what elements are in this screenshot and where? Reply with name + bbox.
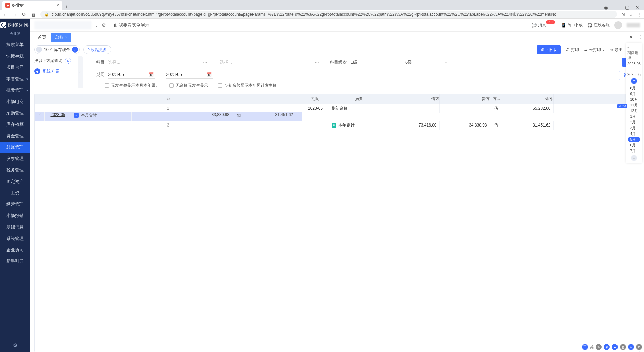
table-row[interactable]: 12023-05期初余额借65,282.60 xyxy=(35,104,640,113)
check-no-balance[interactable]: 无余额无发生显示 xyxy=(169,83,208,88)
sidebar-item[interactable]: 库存核算 xyxy=(0,119,30,130)
collapse-scheme[interactable]: ‹ xyxy=(78,56,83,88)
check-opening[interactable]: 期初余额显示本年累计发生额 xyxy=(218,83,277,88)
bookmark-icon[interactable]: ☆ xyxy=(629,12,633,17)
sidebar-item[interactable]: 基础信息 xyxy=(0,221,30,233)
tray-icon[interactable]: ☁ xyxy=(612,344,618,350)
collapse-more[interactable]: ^ 收起更多 xyxy=(83,45,111,54)
sidebar-item[interactable]: 快捷导航 xyxy=(0,50,30,62)
tab-close-icon[interactable]: × xyxy=(57,3,59,8)
demo-link[interactable]: ◐ 我要看实例演示 xyxy=(114,22,149,28)
sidebar-item[interactable]: 资金管理 xyxy=(0,130,30,142)
close-window-icon[interactable]: ✕ xyxy=(635,5,639,10)
maximize-icon[interactable]: ▢ xyxy=(625,5,629,10)
month-option[interactable]: 4月 xyxy=(628,131,640,137)
account-selector[interactable]: ‹ 1001 库存现金 › xyxy=(34,45,80,54)
forward-icon[interactable]: → xyxy=(12,12,17,17)
sidebar-item[interactable]: 企业协同 xyxy=(0,244,30,256)
tray-icon[interactable]: ✂ xyxy=(628,344,634,350)
new-tab-button[interactable]: + xyxy=(62,4,71,10)
export-link[interactable]: ⇥导出 xyxy=(610,47,623,53)
install-icon[interactable]: ⇲ xyxy=(621,12,625,17)
back-icon[interactable]: ← xyxy=(3,12,8,17)
menu-icon[interactable]: ⋮ xyxy=(637,12,641,17)
app-download-link[interactable]: 📱 App下载 xyxy=(561,22,583,28)
period-from-input[interactable]: 2023-05📅 xyxy=(108,70,155,79)
month-option[interactable]: 9月 xyxy=(628,91,640,97)
check-no-occur[interactable]: 无发生额显示本月本年累计 xyxy=(105,83,159,88)
tray-icon[interactable]: 🗑 xyxy=(620,344,626,350)
sidebar-item[interactable]: 总账管理 xyxy=(0,142,30,153)
prev-account-icon[interactable]: ‹ xyxy=(36,47,42,53)
org-selector[interactable] xyxy=(34,21,91,29)
delete-icon[interactable]: 🗑 xyxy=(31,12,36,17)
month-option[interactable]: 6月 xyxy=(628,142,640,148)
scroll-up-icon[interactable]: ⌃ xyxy=(631,78,637,84)
minimize-icon[interactable]: — xyxy=(614,5,619,10)
user-icon[interactable]: ◉ xyxy=(604,5,608,10)
tab-close-icon[interactable]: × xyxy=(65,35,67,39)
tab-home[interactable]: 首页 xyxy=(34,33,50,42)
message-link[interactable]: 💬 消息 99+ xyxy=(532,22,556,28)
month-option[interactable]: 5月 xyxy=(628,137,640,142)
sidebar-item[interactable]: 发票管理 xyxy=(0,153,30,164)
back-old-button[interactable]: 退回旧版 xyxy=(537,45,561,54)
sidebar-item[interactable]: 零售管理 xyxy=(0,73,30,85)
level-to-select[interactable]: 6级⌄ xyxy=(405,58,449,66)
close-all-icon[interactable]: ✕ xyxy=(629,35,633,40)
sidebar-item[interactable]: 项目合同 xyxy=(0,62,30,73)
sidebar-item[interactable]: 采购管理 xyxy=(0,107,30,119)
table-config-icon[interactable]: ⚙ xyxy=(35,94,302,104)
address-bar[interactable]: 🔒 cloud.chanjet.com/cc/u6d89qwnryel/57bf… xyxy=(40,11,617,18)
calendar-icon[interactable]: 📅 xyxy=(148,72,154,77)
sidebar-item[interactable]: 小畅报销 xyxy=(0,210,30,221)
month-option[interactable]: 3月 xyxy=(628,125,640,131)
next-account-icon[interactable]: › xyxy=(72,47,78,53)
scheme-gear-icon[interactable]: ⚙ xyxy=(65,58,71,64)
tray-icon[interactable]: ⚙ xyxy=(636,344,642,350)
sidebar-item[interactable]: 系统管理 xyxy=(0,233,30,244)
chevron-down-icon[interactable]: ⌄ xyxy=(95,22,98,28)
level-from-select[interactable]: 1级⌄ xyxy=(351,58,394,66)
cloud-print-link[interactable]: ☁云打印⌄ xyxy=(584,47,605,53)
service-link[interactable]: 🎧 在线客服 xyxy=(587,22,610,28)
more-icon[interactable]: ⋯ xyxy=(203,60,207,65)
panel-expand-icon[interactable]: « xyxy=(627,45,629,49)
period-to-input[interactable]: 2023-05📅 xyxy=(166,70,213,79)
tray-icon[interactable]: ⊘ xyxy=(604,344,610,350)
sidebar-item[interactable]: 工资 xyxy=(0,187,30,199)
scheme-system[interactable]: ◆ 系统方案 xyxy=(34,68,78,74)
sidebar-item[interactable]: 税务管理 xyxy=(0,164,30,176)
month-option[interactable]: 2月 xyxy=(628,119,640,125)
reload-icon[interactable]: ⟳ xyxy=(22,11,26,17)
month-option[interactable]: 1月 xyxy=(628,114,640,119)
more-icon[interactable]: ⋯ xyxy=(315,60,319,65)
month-option[interactable]: 11月 xyxy=(628,102,640,108)
sidebar-item[interactable]: 搜索菜单 xyxy=(0,39,30,50)
sidebar-item[interactable]: 经营管理 xyxy=(0,199,30,210)
month-option[interactable]: 8月 xyxy=(628,85,640,91)
avatar[interactable] xyxy=(614,21,622,29)
ime-label[interactable]: 英 xyxy=(590,345,594,350)
sidebar-item[interactable]: 固定资产 xyxy=(0,176,30,187)
calendar-icon[interactable]: 📅 xyxy=(206,72,212,77)
sidebar-item[interactable]: 批发管理 xyxy=(0,85,30,96)
tray-icon[interactable]: ✎ xyxy=(596,344,602,350)
print-link[interactable]: 🖨打印 xyxy=(566,47,579,53)
scroll-down-icon[interactable]: ⌄ xyxy=(631,155,637,161)
table-row[interactable]: 22023-05≡本月合计33,830.98借31,451.62 xyxy=(35,113,302,121)
month-option[interactable]: 10月 xyxy=(628,97,640,102)
sidebar-settings-icon[interactable]: ⚙ xyxy=(0,339,30,352)
tray-icon[interactable]: 王 xyxy=(582,344,588,350)
month-option[interactable]: 12月 xyxy=(628,108,640,114)
gear-icon[interactable]: ⚙ xyxy=(102,22,106,28)
subject-to-input[interactable]: 选择...⋯ xyxy=(220,58,320,66)
sidebar-item[interactable]: 新手引导 xyxy=(0,256,30,267)
table-row[interactable]: 3≡本年累计73,416.0034,830.98借31,451.62 xyxy=(35,121,640,130)
fullscreen-icon[interactable]: ⛶ xyxy=(636,35,641,40)
subject-from-input[interactable]: 选择...⋯ xyxy=(108,58,209,66)
tab-ledger[interactable]: 总账 × xyxy=(51,33,71,42)
month-option[interactable]: 7月 xyxy=(628,148,640,154)
sidebar-item[interactable]: 小畅电商 xyxy=(0,96,30,107)
browser-tab[interactable]: ◆ 好业财 × xyxy=(2,1,62,10)
